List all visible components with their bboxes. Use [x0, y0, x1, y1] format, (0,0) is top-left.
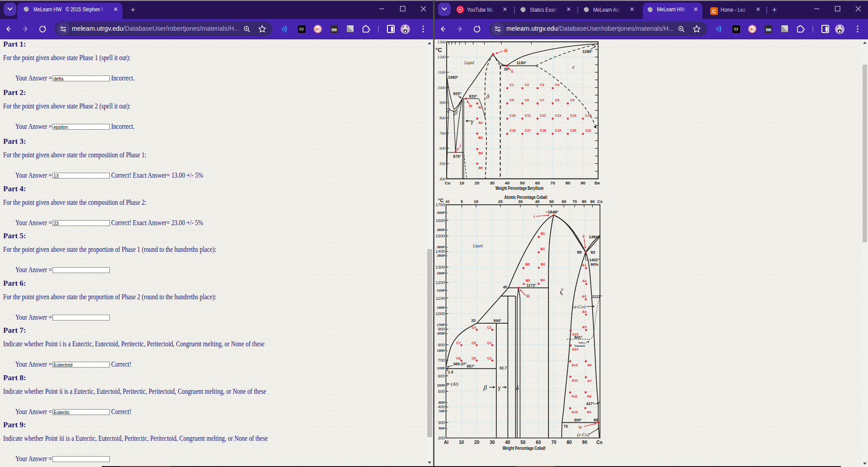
svg-text:944°: 944°: [494, 318, 502, 323]
svg-text:A5: A5: [582, 325, 587, 329]
svg-text:A12: A12: [572, 378, 578, 382]
svg-text:Co: Co: [596, 440, 602, 445]
svg-text:~1648°: ~1648°: [546, 210, 559, 214]
svg-text:B6: B6: [525, 262, 530, 266]
svg-text:A11: A11: [571, 394, 577, 398]
svg-text:C9: C9: [570, 98, 575, 102]
svg-text:30: 30: [518, 199, 523, 204]
svg-text:Co: Co: [597, 199, 603, 204]
svg-text:δ: δ: [516, 384, 519, 392]
svg-text:300: 300: [438, 420, 445, 425]
svg-text:1200: 1200: [435, 280, 445, 285]
svg-text:75: 75: [564, 424, 568, 429]
svg-text:A8: A8: [587, 394, 591, 398]
svg-text:700F: 700F: [439, 410, 445, 413]
svg-text:B5: B5: [478, 166, 483, 170]
svg-text:1400: 1400: [435, 249, 445, 254]
svg-text:iv: iv: [469, 104, 472, 108]
svg-text:70: 70: [572, 199, 577, 204]
svg-text:2100F: 2100F: [437, 289, 445, 292]
svg-text:600: 600: [439, 146, 446, 151]
svg-text:Weight Percentage Beryllium: Weight Percentage Beryllium: [495, 185, 543, 191]
svg-text:1100: 1100: [436, 296, 445, 301]
svg-text:BC: BC: [750, 28, 755, 31]
svg-text:500: 500: [439, 161, 446, 166]
svg-text:30: 30: [490, 440, 495, 445]
svg-text:40: 40: [505, 440, 510, 445]
svg-text:70: 70: [550, 180, 555, 185]
svg-text:900: 900: [438, 326, 445, 331]
svg-text:1400F: 1400F: [437, 349, 445, 352]
svg-text:A3: A3: [582, 294, 586, 298]
svg-text:60: 60: [535, 180, 540, 185]
svg-text:Liquid: Liquid: [464, 61, 474, 65]
svg-text:40: 40: [503, 285, 508, 289]
svg-text:1700F: 1700F: [437, 323, 445, 326]
svg-text:1300: 1300: [435, 264, 445, 269]
svg-text:50: 50: [549, 199, 554, 204]
svg-text:B2: B2: [541, 247, 545, 251]
svg-text:γ: γ: [498, 384, 501, 391]
svg-text:800: 800: [438, 342, 445, 347]
svg-text:20: 20: [474, 440, 480, 445]
svg-text:Liquid: Liquid: [472, 243, 483, 248]
svg-text:40: 40: [535, 199, 539, 204]
svg-text:1123°: 1123°: [592, 294, 602, 299]
svg-text:575°: 575°: [453, 154, 461, 159]
svg-text:933°: 933°: [469, 94, 477, 99]
svg-text:657°: 657°: [467, 364, 475, 368]
svg-text:A7: A7: [587, 379, 592, 383]
svg-text:°C: °C: [438, 198, 443, 203]
svg-text:ii: ii: [511, 69, 514, 74]
svg-text:C14: C14: [570, 113, 577, 118]
svg-text:C3: C3: [540, 83, 544, 87]
svg-text:40: 40: [505, 180, 510, 185]
svg-text:α: α: [447, 108, 450, 113]
svg-text:C16: C16: [509, 128, 516, 132]
svg-text:92: 92: [591, 250, 595, 255]
svg-text:C5: C5: [509, 98, 514, 102]
svg-text:A2: A2: [582, 279, 587, 283]
svg-text:80: 80: [567, 440, 572, 445]
svg-text:30: 30: [490, 180, 495, 185]
svg-text:427°: 427°: [586, 401, 594, 406]
svg-text:1000: 1000: [435, 311, 445, 316]
svg-text:1172°: 1172°: [527, 283, 537, 288]
svg-text:C4: C4: [555, 83, 560, 87]
svg-text:B4: B4: [478, 151, 483, 155]
svg-text:β: β: [483, 384, 487, 391]
svg-text:1300: 1300: [438, 40, 446, 44]
svg-text:300°: 300°: [574, 418, 582, 422]
svg-text:70: 70: [551, 440, 557, 445]
svg-text:90: 90: [582, 440, 588, 445]
svg-text:1083°: 1083°: [448, 75, 458, 80]
svg-text:50: 50: [520, 180, 525, 185]
svg-text:C21: C21: [585, 128, 592, 132]
svg-text:5: 5: [461, 199, 463, 204]
svg-text:C13: C13: [555, 113, 561, 118]
svg-text:10: 10: [459, 440, 464, 445]
svg-text:50: 50: [520, 440, 526, 445]
svg-text:1402°: 1402°: [590, 258, 600, 262]
svg-text:B1: B1: [541, 231, 545, 236]
svg-text:C7: C7: [540, 98, 544, 102]
svg-text:ζ: ζ: [560, 287, 564, 296]
svg-text:Cu: Cu: [445, 180, 451, 185]
svg-text:1600F: 1600F: [437, 332, 445, 335]
svg-text:Temperature: Temperature: [575, 344, 585, 347]
svg-text:60: 60: [561, 199, 566, 204]
svg-text:C6: C6: [525, 98, 529, 102]
svg-text:C3: C3: [487, 356, 492, 360]
svg-text:C19: C19: [555, 128, 561, 132]
svg-text:80: 80: [566, 180, 571, 185]
svg-text:800F: 800F: [439, 401, 445, 404]
svg-text:1494°: 1494°: [589, 235, 600, 239]
svg-text:B1: B1: [478, 105, 483, 109]
svg-text:20: 20: [498, 199, 503, 204]
svg-text:B3: B3: [541, 262, 545, 266]
svg-text:1500: 1500: [435, 233, 445, 238]
svg-text:400: 400: [438, 404, 445, 409]
svg-text:920°: 920°: [453, 91, 462, 96]
svg-text:90: 90: [590, 199, 595, 204]
svg-text:C1: C1: [509, 83, 514, 87]
